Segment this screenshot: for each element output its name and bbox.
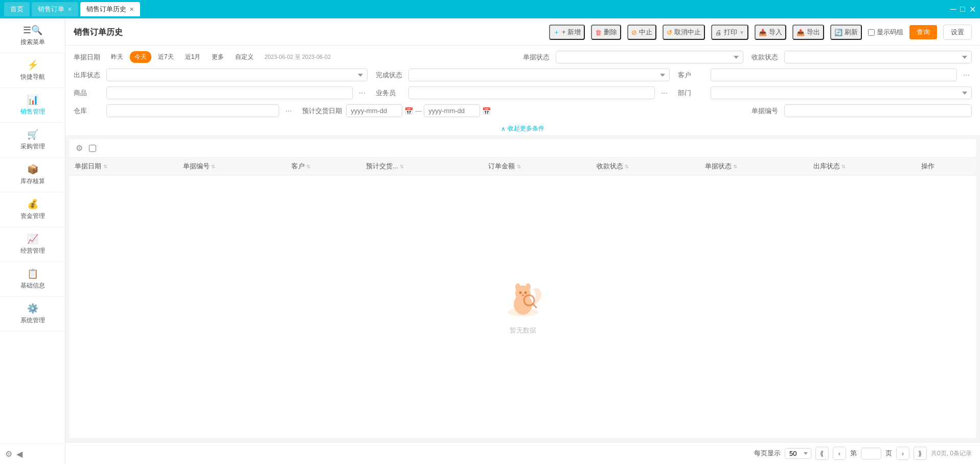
content-area: 销售订单历史 ＋ + 新增 🗑 删除 ⊘ 中止 ↺ — [65, 18, 980, 464]
goods-more-icon[interactable]: ··· — [357, 89, 368, 98]
filter-voucher-no: 单据编号 — [751, 104, 972, 117]
filter-customer: 客户 ··· — [678, 69, 972, 81]
date-btn-yesterday[interactable]: 昨天 — [106, 51, 128, 63]
delivery-date-label: 预计交货日期 — [302, 106, 342, 116]
filter-receipt-status: 收款状态 — [751, 51, 972, 63]
import-button[interactable]: 📥 导入 — [755, 25, 786, 40]
settings-button[interactable]: 设置 — [943, 25, 972, 40]
tab-sales-order[interactable]: 销售订单 ✕ — [32, 2, 78, 16]
cancel-stop-button[interactable]: ↺ 取消中止 — [663, 25, 705, 40]
sort-voucher-icon[interactable]: ⇅ — [733, 164, 737, 169]
display-cols-toggle[interactable]: 显示码组 — [868, 28, 903, 37]
receipt-status-select[interactable] — [784, 51, 972, 63]
tab-sales-history-close[interactable]: ✕ — [129, 6, 134, 13]
salesperson-more-icon[interactable]: ··· — [659, 89, 670, 98]
voucher-status-select[interactable] — [556, 51, 743, 63]
sidebar-item-purchase[interactable]: 🛒 采购管理 — [0, 123, 65, 158]
sort-delivery-icon[interactable]: ⇅ — [400, 164, 404, 169]
calendar-end-icon[interactable]: 📅 — [482, 107, 491, 115]
first-page-btn[interactable]: ⟪ — [815, 447, 829, 460]
export-button[interactable]: 📤 导出 — [792, 25, 824, 40]
sort-receipt-icon[interactable]: ⇅ — [625, 164, 629, 169]
col-date[interactable]: 单据日期 ⇅ — [70, 158, 178, 175]
col-amount[interactable]: 订单金额 ⇅ — [483, 158, 591, 175]
warehouse-more-icon[interactable]: ··· — [283, 106, 294, 116]
date-btn-1month[interactable]: 近1月 — [180, 51, 206, 63]
display-cols-checkbox[interactable] — [868, 29, 875, 36]
sort-out-icon[interactable]: ⇅ — [841, 164, 846, 169]
dept-select[interactable] — [711, 86, 972, 99]
sidebar-item-sales[interactable]: 📊 销售管理 — [0, 88, 65, 123]
voucher-status-label: 单据状态 — [523, 53, 552, 62]
sidebar-item-sales-label: 销售管理 — [20, 107, 45, 116]
top-bar: 首页 销售订单 ✕ 销售订单历史 ✕ ─ □ ✕ — [0, 0, 980, 18]
col-no[interactable]: 单据编号 ⇅ — [178, 158, 286, 175]
minimize-icon[interactable]: ─ — [950, 5, 956, 14]
stop-icon: ⊘ — [631, 29, 637, 36]
maximize-icon[interactable]: □ — [960, 5, 965, 14]
per-page-select[interactable]: 10 20 50 100 — [785, 448, 811, 459]
complete-status-select[interactable] — [408, 69, 670, 81]
sidebar-item-search[interactable]: ☰🔍 搜索菜单 — [0, 18, 65, 53]
sidebar-item-quick-nav[interactable]: ⚡ 快捷导航 — [0, 53, 65, 88]
calendar-start-icon[interactable]: 📅 — [404, 107, 413, 115]
sidebar-collapse-icon[interactable]: ◀ — [16, 449, 22, 459]
table-footer: 每页显示 10 20 50 100 ⟪ ‹ 第 1 页 › ⟫ 共0页, 0条记… — [65, 442, 980, 464]
date-btn-7days[interactable]: 近7天 — [153, 51, 178, 63]
date-btn-today[interactable]: 今天 — [130, 51, 151, 63]
col-receipt-status[interactable]: 收款状态 ⇅ — [591, 158, 700, 175]
voucher-no-input[interactable] — [784, 104, 972, 117]
sidebar-item-finance[interactable]: 💰 资金管理 — [0, 192, 65, 227]
goods-input[interactable] — [106, 86, 353, 99]
customer-input[interactable] — [711, 69, 957, 81]
select-all-checkbox[interactable] — [89, 145, 96, 152]
delete-button[interactable]: 🗑 删除 — [591, 25, 621, 40]
next-page-btn[interactable]: › — [896, 447, 909, 460]
sidebar-item-operation[interactable]: 📈 经营管理 — [0, 227, 65, 262]
table-settings-icon[interactable]: ⚙ — [76, 143, 83, 153]
new-button[interactable]: ＋ + 新增 — [549, 25, 585, 40]
col-customer[interactable]: 客户 ⇅ — [286, 158, 361, 175]
collapse-filter-btn[interactable]: ∧ 收起更多条件 — [74, 122, 972, 135]
tab-home[interactable]: 首页 — [4, 2, 30, 16]
sidebar-item-system[interactable]: ⚙️ 系统管理 — [0, 297, 65, 332]
refresh-button[interactable]: 🔄 刷新 — [830, 25, 862, 40]
date-btn-custom[interactable]: 自定义 — [231, 51, 258, 63]
sidebar-item-search-label: 搜索菜单 — [20, 38, 45, 47]
delivery-date-end[interactable] — [424, 104, 480, 117]
sort-date-icon[interactable]: ⇅ — [103, 164, 107, 169]
warehouse-input[interactable] — [106, 104, 279, 117]
col-out-status[interactable]: 出库状态 ⇅ — [808, 158, 917, 175]
close-window-icon[interactable]: ✕ — [969, 5, 976, 14]
tab-sales-order-close[interactable]: ✕ — [67, 6, 72, 13]
search-menu-icon: ☰🔍 — [23, 25, 42, 36]
page-input[interactable]: 1 — [861, 448, 881, 459]
print-button[interactable]: 🖨 打印 ▼ — [711, 25, 748, 40]
sidebar-settings-icon[interactable]: ⚙ — [5, 449, 12, 459]
query-button[interactable]: 查询 — [909, 25, 937, 39]
inventory-icon: 📦 — [27, 164, 38, 175]
svg-point-7 — [522, 294, 524, 296]
stop-button[interactable]: ⊘ 中止 — [627, 25, 656, 40]
window-controls: ─ □ ✕ — [950, 5, 976, 14]
filter-out-status: 出库状态 — [74, 69, 368, 81]
sidebar-item-inventory[interactable]: 📦 库存核算 — [0, 158, 65, 192]
delivery-date-start[interactable] — [346, 104, 402, 117]
sort-amount-icon[interactable]: ⇅ — [517, 164, 521, 169]
last-page-btn[interactable]: ⟫ — [914, 447, 927, 460]
table-area: ⚙ 单据日期 ⇅ 单据编号 ⇅ 客户 — [70, 139, 976, 438]
sidebar-item-basic-info[interactable]: 📋 基础信息 — [0, 262, 65, 297]
col-delivery[interactable]: 预计交货... ⇅ — [361, 158, 483, 175]
sort-no-icon[interactable]: ⇅ — [211, 164, 215, 169]
customer-more-icon[interactable]: ··· — [961, 71, 972, 80]
tab-sales-history[interactable]: 销售订单历史 ✕ — [80, 2, 140, 16]
out-status-select[interactable] — [106, 69, 368, 81]
col-voucher-status[interactable]: 单据状态 ⇅ — [700, 158, 808, 175]
prev-page-btn[interactable]: ‹ — [833, 447, 846, 460]
date-btn-more[interactable]: 更多 — [207, 51, 229, 63]
sort-customer-icon[interactable]: ⇅ — [306, 164, 310, 169]
basic-info-icon: 📋 — [27, 268, 38, 279]
salesperson-input[interactable] — [408, 86, 655, 99]
print-dropdown-icon[interactable]: ▼ — [739, 30, 744, 35]
out-status-label: 出库状态 — [74, 71, 102, 80]
